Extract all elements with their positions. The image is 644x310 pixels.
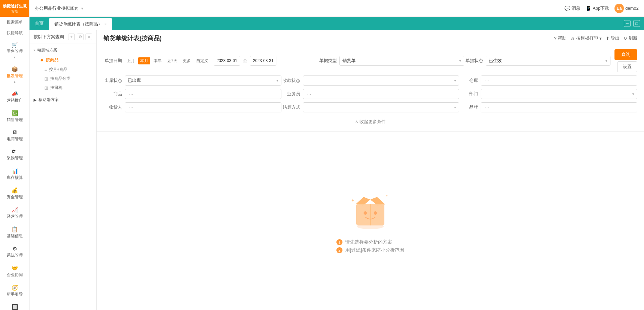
receiver-dots-icon[interactable]: ··· xyxy=(128,105,135,110)
empty-illustration: ✦ ✦ ✦ xyxy=(347,187,394,230)
refresh-label: 刷新 xyxy=(629,35,637,41)
sidebar-item-finance[interactable]: 💰 资金管理 xyxy=(0,184,29,203)
svg-text:✦: ✦ xyxy=(351,198,355,203)
sidebar-item-sys-mgmt-label: 系统管理 xyxy=(0,253,29,258)
tab-bar: 首页 销货单统计表（按商品） × ─ □ xyxy=(30,17,644,30)
message-button[interactable]: 💬 消息 xyxy=(565,5,580,11)
topbar-dropdown-icon[interactable]: ▾ xyxy=(81,6,83,11)
receipt-status-select[interactable]: ▾ xyxy=(303,75,460,86)
filter-panel-header: 按以下方案查询 + ⚙ « xyxy=(30,30,96,44)
sidebar-item-inventory[interactable]: 📊 库存核算 xyxy=(0,164,29,184)
filter-item-by-customer[interactable]: ⊞ 按司机 xyxy=(30,83,96,92)
date-tab-this-month[interactable]: 本月 xyxy=(138,57,150,64)
sidebar-item-guide[interactable]: 🧭 新手引导 xyxy=(0,281,29,301)
sidebar-item-base-info-label: 基础信息 xyxy=(0,233,29,239)
sidebar-item-operations[interactable]: 📈 经营管理 xyxy=(0,203,29,223)
topbar: 办公用品行业模拟账套 ▾ 💬 消息 📱 App下载 Ea demo2 xyxy=(30,0,644,17)
sidebar-item-marketing[interactable]: 📣 营销推广 xyxy=(0,87,29,107)
brand-dots-icon[interactable]: ··· xyxy=(484,105,490,110)
sidebar-item-inventory-label: 库存核算 xyxy=(0,175,29,180)
sidebar-item-wholesale[interactable]: 📦 批发管理 ▴ xyxy=(0,63,29,87)
filter-group-pc-header[interactable]: ▾ 电脑端方案 xyxy=(30,45,96,55)
filter-row-3: 商品 ··· 业务员 ··· xyxy=(103,89,637,99)
sidebar-item-base-info[interactable]: 📋 基础信息 xyxy=(0,223,29,242)
salesperson-input[interactable]: ··· xyxy=(303,89,460,99)
receipt-status-field: 收款状态 ▾ xyxy=(281,75,460,86)
sidebar-item-guide-label: 新手引导 xyxy=(0,292,29,297)
tab-actions: ─ □ xyxy=(624,20,644,27)
filter-add-button[interactable]: + xyxy=(68,34,75,40)
out-status-select[interactable]: 已出库 ▾ xyxy=(125,75,281,86)
setting-button[interactable]: 设置 xyxy=(617,61,637,72)
sidebar-item-purchase[interactable]: 🛍 采购管理 xyxy=(0,145,29,164)
tab-sales-stats[interactable]: 销货单统计表（按商品） × xyxy=(49,18,112,30)
product-field: 商品 ··· xyxy=(103,89,281,99)
doc-status-label: 单据状态 xyxy=(464,58,486,64)
date-tab-this-year[interactable]: 本年 xyxy=(152,57,164,64)
payment-select[interactable]: ▾ xyxy=(303,102,460,112)
product-label: 商品 xyxy=(103,91,125,97)
help-button[interactable]: ? 帮助 xyxy=(554,35,567,41)
filter-panel-title: 按以下方案查询 xyxy=(34,34,64,40)
export-button[interactable]: ⬆ 导出 xyxy=(606,35,620,41)
query-button[interactable]: 查询 xyxy=(614,49,637,60)
calendar-icon: ≡ xyxy=(44,67,47,72)
date-tabs: 上月 本月 本年 近7天 更多 自定义 xyxy=(125,57,210,64)
product-input[interactable]: ··· xyxy=(125,89,281,99)
date-from-value: 2023-03-01 xyxy=(217,58,237,63)
expand-triangle-icon: ▾ xyxy=(34,48,35,52)
date-field: 单据日期 上月 本月 本年 近7天 更多 自定义 xyxy=(103,56,318,66)
tab-home[interactable]: 首页 xyxy=(30,17,49,30)
warehouse-dots-icon[interactable]: ··· xyxy=(484,78,490,83)
sidebar-item-ecommerce[interactable]: 🖥 电商管理 xyxy=(0,126,29,145)
filter-item-by-category[interactable]: ⊞ 按商品分类 xyxy=(30,74,96,83)
retail-arrow-icon: ▾ xyxy=(14,55,15,59)
filter-setting-button[interactable]: ⚙ xyxy=(77,34,84,40)
date-tab-last-month[interactable]: 上月 xyxy=(125,57,137,64)
sales-mgmt-icon: 💹 xyxy=(11,110,18,116)
dept-select[interactable]: ▾ xyxy=(481,89,637,99)
sidebar-item-sys-mgmt[interactable]: ⚙ 系统管理 xyxy=(0,242,29,262)
sidebar-quick-nav[interactable]: 快捷导航 xyxy=(0,28,29,38)
sidebar-item-app-center[interactable]: 🔲 应用中心 xyxy=(0,301,29,310)
sidebar-item-operations-label: 经营管理 xyxy=(0,214,29,219)
date-from-input[interactable]: 2023-03-01 xyxy=(214,56,240,66)
date-tab-more[interactable]: 更多 xyxy=(181,57,193,64)
sidebar-item-retail[interactable]: 🛒 零售管理 ▾ xyxy=(0,38,29,63)
sidebar-search[interactable]: 搜索菜单 xyxy=(0,17,29,28)
add-icon: + xyxy=(70,35,72,39)
user-profile[interactable]: Ea demo2 xyxy=(614,4,639,13)
out-status-field: 出库状态 已出库 ▾ xyxy=(103,75,281,86)
base-info-icon: 📋 xyxy=(11,226,18,232)
print-template-button[interactable]: 🖨 按模板打印 ▾ xyxy=(571,35,602,41)
doc-status-select[interactable]: 已生效 ▾ xyxy=(486,56,610,66)
brand-input[interactable]: ··· xyxy=(481,102,637,112)
filter-row-1: 单据日期 上月 本月 本年 近7天 更多 自定义 xyxy=(103,49,637,72)
refresh-button[interactable]: ↻ 刷新 xyxy=(624,35,637,41)
app-logo-text: 畅捷通好生意 xyxy=(3,3,27,9)
dept-arrow-icon: ▾ xyxy=(632,92,634,96)
tab-minimize-button[interactable]: ─ xyxy=(624,20,631,27)
filter-item-by-month-product[interactable]: ≡ 按月+商品 xyxy=(30,65,96,74)
salesperson-dots-icon[interactable]: ··· xyxy=(306,91,313,97)
message-label: 消息 xyxy=(572,5,580,11)
product-dots-icon[interactable]: ··· xyxy=(128,91,135,97)
filter-item-by-product[interactable]: ● 按商品 xyxy=(30,55,96,65)
sidebar-item-ecommerce-label: 电商管理 xyxy=(0,136,29,142)
date-to-input[interactable]: 2023-03-31 xyxy=(250,56,276,66)
collapse-button[interactable]: ∧ 收起更多条件 xyxy=(103,116,637,127)
tab-close-icon[interactable]: × xyxy=(104,22,107,27)
tab-maximize-button[interactable]: □ xyxy=(633,20,640,27)
date-tab-custom[interactable]: 自定义 xyxy=(194,57,210,64)
app-logo-sub: 标版 xyxy=(11,9,18,14)
warehouse-input[interactable]: ··· xyxy=(481,75,637,86)
doc-type-select[interactable]: 销货单 ▾ xyxy=(339,56,464,66)
gear-icon: ⚙ xyxy=(78,35,82,39)
sidebar-item-enterprise[interactable]: 🤝 企业协同 xyxy=(0,262,29,281)
receiver-input[interactable]: ··· xyxy=(125,102,281,112)
app-download-button[interactable]: 📱 App下载 xyxy=(586,5,609,11)
date-tab-7days[interactable]: 近7天 xyxy=(165,57,179,64)
sidebar-item-sales-mgmt[interactable]: 💹 销售管理 xyxy=(0,107,29,126)
filter-group-mobile-header[interactable]: ▶ 移动端方案 xyxy=(30,95,96,105)
filter-collapse-button[interactable]: « xyxy=(86,34,92,40)
